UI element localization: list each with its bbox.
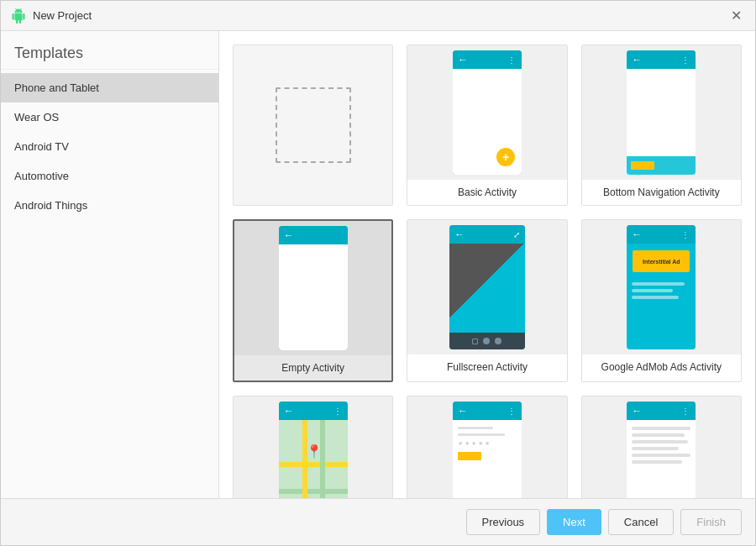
login-preview: ← ⋮ ★ ★ ★ ★ ★ (407, 396, 566, 498)
fullscreen-label: Fullscreen Activity (407, 354, 566, 380)
back-square (472, 339, 478, 344)
previous-button[interactable]: Previous (466, 509, 541, 535)
fullscreen-mockup: ← ⤢ (449, 225, 525, 349)
recent-circle (495, 338, 501, 344)
no-activity-preview (234, 45, 392, 205)
diagonal-line (449, 244, 525, 333)
expand-icon: ⤢ (513, 230, 520, 239)
sidebar: Templates Phone and Tablet Wear OS Andro… (1, 31, 219, 498)
empty-activity-preview: ← (234, 221, 391, 355)
dots-menu: ⋮ (507, 55, 517, 65)
template-no-activity[interactable]: No Activity (233, 45, 393, 206)
home-circle (483, 338, 490, 344)
scroll-lines (632, 427, 690, 464)
template-bottom-nav[interactable]: ← ⋮ Bottom Nav (581, 45, 742, 206)
back-arrow-8: ← (632, 405, 642, 417)
bottom-nav-label: Bottom Navigation Activity (582, 180, 741, 205)
basic-body: + (453, 69, 522, 175)
login-body: ★ ★ ★ ★ ★ (453, 420, 522, 498)
star-1: ★ (458, 440, 463, 447)
android-icon (11, 8, 26, 24)
scroll-line-6 (632, 460, 682, 464)
close-button[interactable]: ✕ (727, 8, 745, 24)
back-arrow-5: ← (632, 228, 642, 240)
sidebar-item-automotive[interactable]: Automotive (1, 161, 218, 191)
next-button[interactable]: Next (547, 509, 601, 535)
fullscreen-preview: ← ⤢ (407, 220, 566, 354)
template-scrolling[interactable]: ← ⋮ (581, 396, 742, 498)
bottom-nav-body (627, 69, 696, 175)
basic-topbar: ← ⋮ (453, 50, 522, 69)
maps-preview: ← ⋮ 📍 (234, 396, 392, 498)
admob-body: Interstitial Ad (627, 244, 696, 349)
back-arrow-7: ← (458, 405, 468, 417)
template-empty-activity[interactable]: ← Empty Activity (233, 219, 393, 382)
empty-body (279, 244, 348, 350)
template-basic-activity[interactable]: ← ⋮ + Basic Activity (407, 45, 567, 206)
admob-line-1 (632, 282, 685, 286)
back-arrow: ← (458, 54, 468, 66)
admob-label: Google AdMob Ads Activity (582, 354, 741, 380)
template-login[interactable]: ← ⋮ ★ ★ ★ ★ ★ (407, 396, 567, 498)
map-area: 📍 (279, 420, 348, 498)
scrolling-mockup: ← ⋮ (627, 402, 696, 498)
dialog-title: New Project (33, 9, 92, 22)
map-topbar: ← ⋮ (279, 402, 348, 420)
empty-activity-label: Empty Activity (234, 355, 391, 381)
scrolling-preview: ← ⋮ (582, 396, 741, 498)
sidebar-item-phone-tablet[interactable]: Phone and Tablet (1, 73, 218, 102)
back-arrow-2: ← (632, 54, 642, 66)
sidebar-item-android-tv[interactable]: Android TV (1, 132, 218, 161)
star-3: ★ (471, 440, 476, 447)
empty-phone-mockup: ← (279, 226, 348, 350)
empty-topbar: ← (279, 226, 348, 244)
map-road-h (279, 462, 348, 467)
dots-menu-6: ⋮ (681, 407, 690, 416)
map-pin: 📍 (306, 444, 323, 459)
dashed-rect (276, 87, 351, 163)
admob-line-3 (632, 296, 679, 299)
sidebar-header: Templates (1, 31, 218, 70)
nav-dot-3 (680, 161, 692, 170)
bottom-nav-preview: ← ⋮ (582, 45, 741, 180)
bottom-nav-mockup: ← ⋮ (627, 50, 696, 175)
cancel-button[interactable]: Cancel (608, 509, 674, 535)
basic-activity-preview: ← ⋮ + (407, 45, 566, 180)
templates-grid: No Activity ← ⋮ + (233, 45, 742, 498)
finish-button[interactable]: Finish (680, 509, 742, 535)
template-maps[interactable]: ← ⋮ 📍 Google Maps Ac (233, 396, 393, 498)
title-bar-left: New Project (11, 8, 92, 24)
star-5: ★ (485, 440, 490, 447)
login-stars: ★ ★ ★ ★ ★ (458, 440, 517, 447)
template-admob[interactable]: ← ⋮ Interstitial Ad (581, 219, 742, 382)
star-2: ★ (465, 440, 470, 447)
admob-line-2 (632, 289, 673, 292)
admob-topbar: ← ⋮ (627, 225, 696, 244)
dots-menu-5: ⋮ (507, 407, 517, 416)
scroll-line-5 (632, 454, 690, 457)
fullscreen-topbar: ← ⤢ (449, 225, 525, 244)
admob-preview: ← ⋮ Interstitial Ad (582, 220, 741, 354)
star-4: ★ (478, 440, 483, 447)
footer: Previous Next Cancel Finish (1, 498, 755, 545)
nav-dot-1 (631, 161, 654, 170)
nav-dot-2 (661, 161, 673, 170)
login-line-2 (458, 433, 505, 436)
scroll-line-2 (632, 433, 685, 437)
fab-button: + (496, 148, 515, 166)
interstitial-text: Interstitial Ad (643, 259, 680, 265)
back-arrow-3: ← (284, 229, 294, 241)
no-activity-label: No Activity (234, 205, 392, 206)
sidebar-item-wear-os[interactable]: Wear OS (1, 102, 218, 132)
scroll-line-1 (632, 427, 690, 430)
sidebar-item-android-things[interactable]: Android Things (1, 191, 218, 220)
login-topbar: ← ⋮ (453, 402, 522, 420)
content-area: Templates Phone and Tablet Wear OS Andro… (1, 31, 755, 498)
back-arrow-6: ← (284, 405, 294, 417)
scrolling-body (627, 420, 696, 498)
scroll-line-3 (632, 440, 688, 444)
template-fullscreen[interactable]: ← ⤢ Ful (407, 219, 567, 382)
bottom-nav-topbar: ← ⋮ (627, 50, 696, 69)
map-road-h2 (279, 489, 348, 494)
fullscreen-bottom-bar (449, 333, 525, 349)
